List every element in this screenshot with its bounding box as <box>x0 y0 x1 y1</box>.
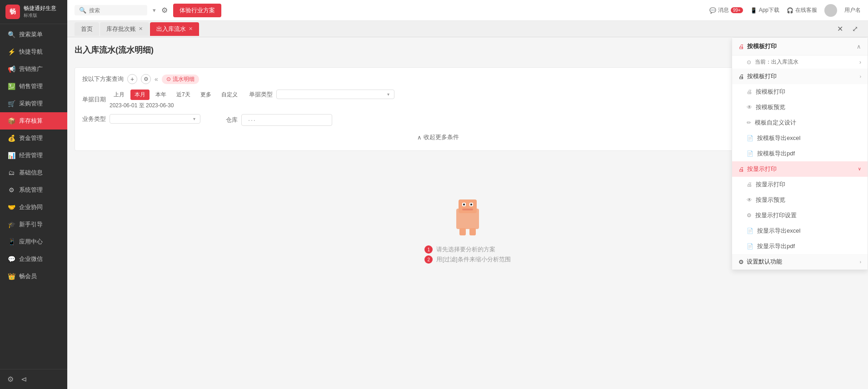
member-icon: 👑 <box>7 273 15 280</box>
display-setting-icon: ⚙ <box>747 212 752 219</box>
display-sub-items: 🖨 按显示打印 👁 按显示预览 ⚙ 按显示打印设置 📄 按显示导出excel 📄 <box>732 177 868 254</box>
tab-home[interactable]: 首页 <box>75 22 99 36</box>
display-pdf-item[interactable]: 📄 按显示导出pdf <box>732 239 868 254</box>
filter-tag[interactable]: ⊙ 流水明细 <box>162 75 199 84</box>
biz-type-select[interactable]: ▾ <box>110 114 200 124</box>
topbar: 🔍 ▾ ⚙ 体验行业方案 💬 消息 99+ 📱 App下载 🎧 在线客服 用户名 <box>67 0 868 21</box>
sidebar-item-marketing[interactable]: 📢 营销推广 <box>0 60 67 78</box>
msg-icon: 💬 <box>709 7 716 14</box>
page-content: 出入库流水(流水明细) 🖨 按模板打印 ∧ ↑ 导出 ↺ 刷新 <box>67 37 868 389</box>
dropdown-section-display[interactable]: 🖨 按显示打印 ∧ <box>732 161 868 177</box>
date-buttons: 上月 本月 本年 近7天 更多 自定义 <box>110 90 242 100</box>
topbar-dropdown-icon[interactable]: ▾ <box>153 7 156 14</box>
display-pdf-icon: 📄 <box>747 243 753 249</box>
sidebar-item-quicknav[interactable]: ⚡ 快捷导航 <box>0 43 67 60</box>
sidebar-brand-text: 畅捷通好生意 标准版 <box>24 5 56 19</box>
display-excel-icon: 📄 <box>747 228 753 234</box>
tab-expand-btn[interactable]: ⤢ <box>849 24 861 34</box>
topbar-gear-icon[interactable]: ⚙ <box>161 6 168 15</box>
sidebar-item-system[interactable]: ⚙ 系统管理 <box>0 181 67 199</box>
filter-add-btn[interactable]: + <box>127 74 137 84</box>
template-pdf-item[interactable]: 📄 按模板导出pdf <box>732 146 868 161</box>
search-input[interactable] <box>89 7 143 14</box>
date-btn-7days[interactable]: 近7天 <box>172 90 195 100</box>
quicknav-icon: ⚡ <box>7 48 15 55</box>
dropdown-collapse-icon[interactable]: ∧ <box>857 43 861 50</box>
template-print-icon: 🖨 <box>747 89 752 95</box>
tab-batch-close[interactable]: ✕ <box>139 26 143 32</box>
tab-close-all-btn[interactable]: ✕ <box>834 24 846 34</box>
biz-dropdown-icon: ▾ <box>193 116 195 121</box>
search-menu-icon: 🔍 <box>7 31 15 38</box>
filter-voucher-group: 单据类型 ▾ <box>249 90 394 99</box>
sidebar-item-basic[interactable]: 🗂 基础信息 <box>0 164 67 181</box>
newguide-icon: 🎓 <box>7 221 15 228</box>
dropdown-section-template[interactable]: 🖨 按模板打印 › <box>732 69 868 84</box>
sidebar-collapse-icon[interactable]: ⊲ <box>21 375 27 384</box>
sidebar-item-wechat[interactable]: 💬 企业微信 <box>0 250 67 268</box>
display-excel-item[interactable]: 📄 按显示导出excel <box>732 223 868 239</box>
svg-rect-5 <box>470 204 472 205</box>
tab-flow-close[interactable]: ✕ <box>189 26 193 32</box>
sidebar-item-operation[interactable]: 📊 经营管理 <box>0 147 67 164</box>
sidebar-item-search[interactable]: 🔍 搜索菜单 <box>0 26 67 43</box>
default-section-icon: ⚙ <box>738 259 744 265</box>
filter-collapse-btn[interactable]: « <box>155 75 158 83</box>
display-section-arrow: ∧ <box>858 167 861 172</box>
voucher-type-select[interactable]: ▾ <box>276 90 394 99</box>
sidebar-item-sales[interactable]: 💹 销售管理 <box>0 78 67 95</box>
sidebar-bottom: ⚙ ⊲ <box>0 369 67 389</box>
sidebar-item-collab[interactable]: 🤝 企业协同 <box>0 199 67 216</box>
avatar[interactable] <box>824 4 837 17</box>
purchase-icon: 🛒 <box>7 100 15 107</box>
marketing-icon: 📢 <box>7 65 15 73</box>
filter-date-group: 单据日期 上月 本月 本年 近7天 更多 自定义 2023-06-01 至 20… <box>82 90 242 110</box>
default-section-arrow: › <box>860 259 861 264</box>
date-btn-this-year[interactable]: 本年 <box>151 90 170 100</box>
sidebar-item-appcenter[interactable]: 📱 应用中心 <box>0 233 67 250</box>
warehouse-select[interactable]: ··· <box>241 114 332 126</box>
collapse-more-btn[interactable]: ∧ 收起更多条件 <box>414 130 462 144</box>
filter-biz-group: 业务类型 ▾ <box>82 114 200 124</box>
display-setting-item[interactable]: ⚙ 按显示打印设置 <box>732 208 868 223</box>
sidebar-header: 畅 畅捷通好生意 标准版 <box>0 0 67 24</box>
svg-rect-4 <box>463 204 465 205</box>
sidebar-item-finance[interactable]: 💰 资金管理 <box>0 130 67 147</box>
template-preview-item[interactable]: 👁 按模板预览 <box>732 100 868 115</box>
empty-illustration <box>445 193 490 238</box>
username[interactable]: 用户名 <box>844 6 861 14</box>
template-excel-item[interactable]: 📄 按模板导出excel <box>732 130 868 146</box>
sidebar-item-member[interactable]: 👑 畅会员 <box>0 268 67 285</box>
sidebar-item-inventory[interactable]: 📦 库存核算 <box>0 112 67 130</box>
display-preview-item[interactable]: 👁 按显示预览 <box>732 192 868 208</box>
topbar-service[interactable]: 🎧 在线客服 <box>787 6 817 14</box>
trial-btn[interactable]: 体验行业方案 <box>173 4 221 17</box>
display-print-icon: 🖨 <box>747 181 752 188</box>
svg-rect-8 <box>469 228 476 235</box>
topbar-search[interactable]: 🔍 <box>75 5 147 15</box>
template-pdf-icon: 📄 <box>747 150 753 157</box>
date-btn-custom[interactable]: 自定义 <box>217 90 242 100</box>
sidebar-item-purchase[interactable]: 🛒 采购管理 <box>0 95 67 112</box>
sidebar-settings-icon[interactable]: ⚙ <box>7 375 14 384</box>
topbar-msg[interactable]: 💬 消息 99+ <box>709 6 743 14</box>
filter-setting-btn[interactable]: ⚙ <box>141 74 151 84</box>
date-btn-this-month[interactable]: 本月 <box>130 90 150 100</box>
template-print-item[interactable]: 🖨 按模板打印 <box>732 84 868 100</box>
display-print-item[interactable]: 🖨 按显示打印 <box>732 177 868 192</box>
date-btn-last-month[interactable]: 上月 <box>110 90 129 100</box>
empty-step-2: 2 用[过滤]条件来缩小分析范围 <box>424 255 510 264</box>
dropdown-section-default[interactable]: ⚙ 设置默认功能 › <box>732 254 868 269</box>
template-custom-icon: ✏ <box>747 120 751 126</box>
tab-flow[interactable]: 出入库流水 ✕ <box>150 22 199 36</box>
tab-batch[interactable]: 库存批次账 ✕ <box>100 22 149 36</box>
topbar-app[interactable]: 📱 App下载 <box>750 6 779 14</box>
collapse-icon: ∧ <box>417 134 422 141</box>
date-btn-more[interactable]: 更多 <box>196 90 215 100</box>
warehouse-more-icon[interactable]: ··· <box>248 116 256 124</box>
sidebar-item-newguide[interactable]: 🎓 新手引导 <box>0 216 67 233</box>
template-custom-item[interactable]: ✏ 模板自定义设计 <box>732 115 868 130</box>
topbar-right: 💬 消息 99+ 📱 App下载 🎧 在线客服 用户名 <box>709 4 861 17</box>
template-sub-items: 🖨 按模板打印 👁 按模板预览 ✏ 模板自定义设计 📄 按模板导出excel 📄 <box>732 84 868 161</box>
wechat-icon: 💬 <box>7 255 15 263</box>
